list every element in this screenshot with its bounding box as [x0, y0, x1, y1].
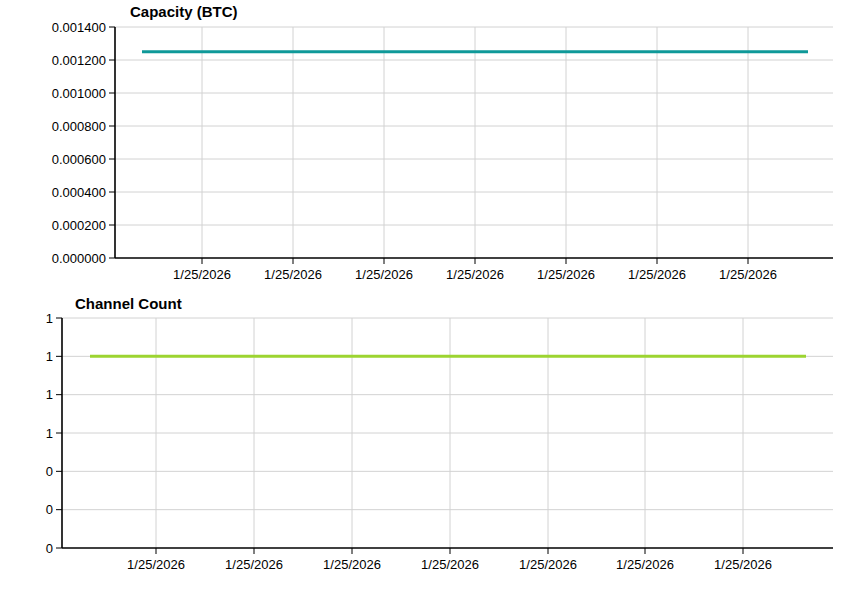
x-tick-label: 1/25/2026 — [628, 267, 686, 282]
y-tick-label: 0 — [46, 541, 53, 556]
capacity-chart: Capacity (BTC) 0.0014000.0012000.0010000… — [0, 0, 860, 293]
y-tick-label: 0 — [46, 502, 53, 517]
y-tick-label: 0.000200 — [52, 218, 106, 233]
x-tick-label: 1/25/2026 — [355, 267, 413, 282]
y-tick-label: 0.000800 — [52, 119, 106, 134]
dashboard-page: Capacity (BTC) 0.0014000.0012000.0010000… — [0, 0, 860, 600]
y-tick-label: 1 — [46, 387, 53, 402]
y-tick-label: 0.001200 — [52, 53, 106, 68]
x-tick-label: 1/25/2026 — [719, 267, 777, 282]
capacity-chart-plot-area: 0.0014000.0012000.0010000.0008000.000600… — [0, 0, 860, 293]
y-tick-label: 0.001400 — [52, 20, 106, 35]
y-tick-label: 0.000000 — [52, 251, 106, 266]
y-tick-label: 1 — [46, 426, 53, 441]
x-tick-label: 1/25/2026 — [714, 557, 772, 572]
x-tick-label: 1/25/2026 — [519, 557, 577, 572]
y-tick-label: 0 — [46, 464, 53, 479]
x-tick-label: 1/25/2026 — [264, 267, 322, 282]
channel-count-chart-plot-area: 11110001/25/20261/25/20261/25/20261/25/2… — [0, 293, 860, 600]
y-tick-label: 0.000400 — [52, 185, 106, 200]
x-tick-label: 1/25/2026 — [537, 267, 595, 282]
x-tick-label: 1/25/2026 — [225, 557, 283, 572]
y-tick-label: 1 — [46, 311, 53, 326]
y-tick-label: 0.000600 — [52, 152, 106, 167]
x-tick-label: 1/25/2026 — [616, 557, 674, 572]
x-tick-label: 1/25/2026 — [173, 267, 231, 282]
x-tick-label: 1/25/2026 — [446, 267, 504, 282]
channel-count-chart: Channel Count 11110001/25/20261/25/20261… — [0, 293, 860, 600]
x-tick-label: 1/25/2026 — [127, 557, 185, 572]
y-tick-label: 1 — [46, 349, 53, 364]
x-tick-label: 1/25/2026 — [421, 557, 479, 572]
y-tick-label: 0.001000 — [52, 86, 106, 101]
x-tick-label: 1/25/2026 — [323, 557, 381, 572]
